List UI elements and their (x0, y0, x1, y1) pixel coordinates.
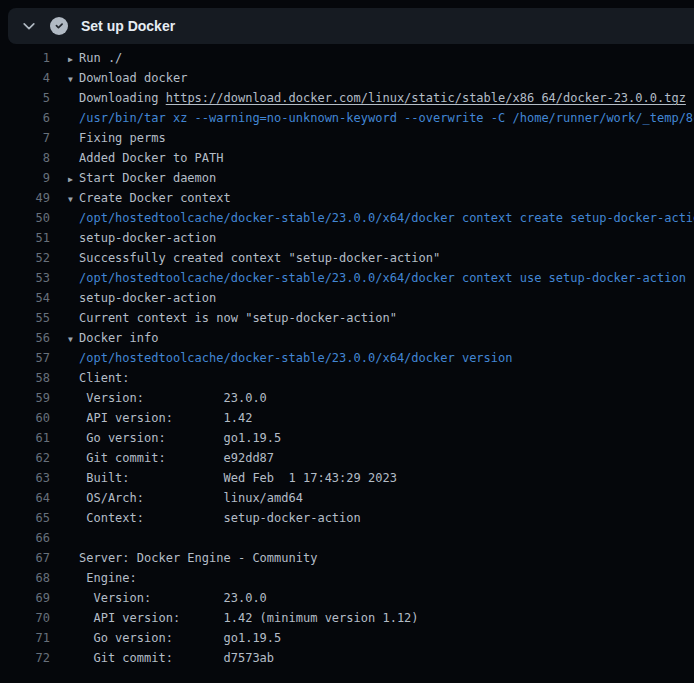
line-number[interactable]: 68 (0, 568, 50, 588)
expand-group-icon[interactable]: ▶ (68, 170, 79, 190)
line-number[interactable]: 1 (0, 48, 50, 68)
log-line-body: Added Docker to PATH (68, 148, 224, 168)
expand-group-icon[interactable]: ▶ (68, 50, 79, 70)
line-number[interactable]: 56 (0, 328, 50, 348)
log-line-body: /usr/bin/tar xz --warning=no-unknown-key… (68, 108, 694, 128)
log-line-body: setup-docker-action (68, 288, 216, 308)
line-number[interactable]: 8 (0, 148, 50, 168)
line-number[interactable]: 9 (0, 168, 50, 188)
log-line-body: Engine: (68, 568, 137, 588)
log-line-body: Version: 23.0.0 (68, 588, 267, 608)
log-text: Client: (79, 371, 130, 385)
log-text: Downloading (79, 91, 166, 105)
step-header[interactable]: Set up Docker (8, 8, 694, 44)
line-number[interactable]: 60 (0, 408, 50, 428)
log-text: Engine: (79, 571, 137, 585)
log-group-row[interactable]: 56▼Docker info (0, 328, 694, 348)
step-title: Set up Docker (81, 18, 175, 34)
line-number[interactable]: 52 (0, 248, 50, 268)
log-line-body (68, 528, 79, 548)
log-group-row[interactable]: 9▶Start Docker daemon (0, 168, 694, 188)
log-text: Version: 23.0.0 (79, 591, 267, 605)
line-number[interactable]: 72 (0, 648, 50, 668)
log-line-body: Downloading https://download.docker.com/… (68, 88, 686, 108)
log-row: 69 Version: 23.0.0 (0, 588, 694, 608)
log-row: 65 Context: setup-docker-action (0, 508, 694, 528)
log-line-body: Git commit: d7573ab (68, 648, 274, 668)
log-text: OS/Arch: linux/amd64 (79, 491, 303, 505)
log-text: /opt/hostedtoolcache/docker-stable/23.0.… (79, 271, 686, 285)
line-number[interactable]: 67 (0, 548, 50, 568)
log-row: 51setup-docker-action (0, 228, 694, 248)
line-number[interactable]: 66 (0, 528, 50, 548)
group-title: Run ./ (79, 51, 122, 65)
collapse-group-icon[interactable]: ▼ (68, 330, 79, 350)
log-row: 59 Version: 23.0.0 (0, 388, 694, 408)
line-number[interactable]: 58 (0, 368, 50, 388)
line-number[interactable]: 59 (0, 388, 50, 408)
collapse-group-icon[interactable]: ▼ (68, 70, 79, 90)
line-number[interactable]: 53 (0, 268, 50, 288)
log-text: Context: setup-docker-action (79, 511, 361, 525)
line-number[interactable]: 5 (0, 88, 50, 108)
line-number[interactable]: 63 (0, 468, 50, 488)
group-title: Download docker (79, 71, 187, 85)
log-line-body: Git commit: e92dd87 (68, 448, 274, 468)
group-title: Docker info (79, 331, 158, 345)
log-text: Git commit: e92dd87 (79, 451, 274, 465)
log-line-body: ▼Download docker (68, 68, 187, 90)
log-text: Go version: go1.19.5 (79, 431, 281, 445)
line-number[interactable]: 65 (0, 508, 50, 528)
log-row: 7Fixing perms (0, 128, 694, 148)
log-link[interactable]: https://download.docker.com/linux/static… (166, 91, 686, 105)
chevron-down-icon[interactable] (21, 18, 37, 34)
log-line-body: API version: 1.42 (minimum version 1.12) (68, 608, 419, 628)
line-number[interactable]: 6 (0, 108, 50, 128)
log-row: 68 Engine: (0, 568, 694, 588)
collapse-group-icon[interactable]: ▼ (68, 190, 79, 210)
log-lines: 1▶Run ./4▼Download docker5Downloading ht… (0, 48, 694, 668)
log-row: 5Downloading https://download.docker.com… (0, 88, 694, 108)
line-number[interactable]: 51 (0, 228, 50, 248)
log-line-body: /opt/hostedtoolcache/docker-stable/23.0.… (68, 268, 686, 288)
line-number[interactable]: 71 (0, 628, 50, 648)
log-row: 6/usr/bin/tar xz --warning=no-unknown-ke… (0, 108, 694, 128)
log-text: /usr/bin/tar xz --warning=no-unknown-key… (79, 111, 694, 125)
log-row: 62 Git commit: e92dd87 (0, 448, 694, 468)
log-row: 8Added Docker to PATH (0, 148, 694, 168)
line-number[interactable]: 57 (0, 348, 50, 368)
log-text: setup-docker-action (79, 231, 216, 245)
line-number[interactable]: 50 (0, 208, 50, 228)
line-number[interactable]: 64 (0, 488, 50, 508)
log-text: Git commit: d7573ab (79, 651, 274, 665)
log-line-body: Successfully created context "setup-dock… (68, 248, 440, 268)
log-text: setup-docker-action (79, 291, 216, 305)
log-row: 66 (0, 528, 694, 548)
log-line-body: Server: Docker Engine - Community (68, 548, 317, 568)
line-number[interactable]: 7 (0, 128, 50, 148)
group-title: Create Docker context (79, 191, 231, 205)
line-number[interactable]: 4 (0, 68, 50, 88)
line-number[interactable]: 61 (0, 428, 50, 448)
log-line-body: Version: 23.0.0 (68, 388, 267, 408)
log-row: 63 Built: Wed Feb 1 17:43:29 2023 (0, 468, 694, 488)
log-row: 67Server: Docker Engine - Community (0, 548, 694, 568)
log-group-row[interactable]: 4▼Download docker (0, 68, 694, 88)
log-text: API version: 1.42 (79, 411, 252, 425)
log-line-body: Context: setup-docker-action (68, 508, 361, 528)
log-group-row[interactable]: 49▼Create Docker context (0, 188, 694, 208)
line-number[interactable]: 49 (0, 188, 50, 208)
log-row: 50/opt/hostedtoolcache/docker-stable/23.… (0, 208, 694, 228)
line-number[interactable]: 62 (0, 448, 50, 468)
log-group-row[interactable]: 1▶Run ./ (0, 48, 694, 68)
line-number[interactable]: 69 (0, 588, 50, 608)
line-number[interactable]: 55 (0, 308, 50, 328)
line-number[interactable]: 70 (0, 608, 50, 628)
log-row: 60 API version: 1.42 (0, 408, 694, 428)
group-title: Start Docker daemon (79, 171, 216, 185)
line-number[interactable]: 54 (0, 288, 50, 308)
actions-log-page: { "colors": { "page_bg": "#05070b", "hea… (0, 0, 694, 683)
log-line-body: /opt/hostedtoolcache/docker-stable/23.0.… (68, 348, 512, 368)
log-row: 55Current context is now "setup-docker-a… (0, 308, 694, 328)
log-line-body: Go version: go1.19.5 (68, 428, 281, 448)
